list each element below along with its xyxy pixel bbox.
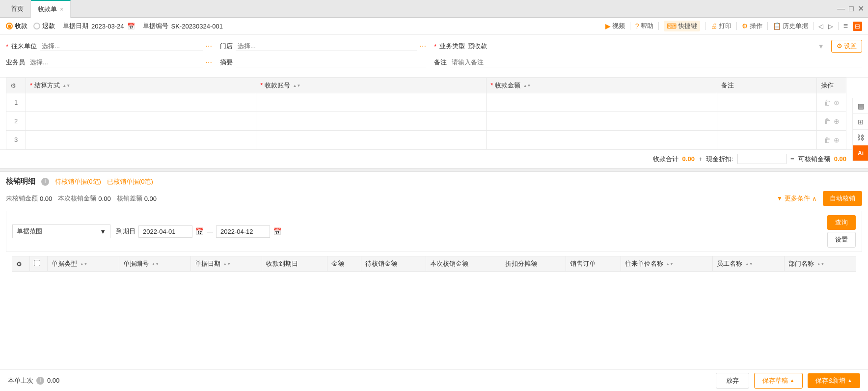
biz-type-dropdown[interactable]: ▼ [818,43,824,50]
vth-gear[interactable]: ⚙ [12,256,30,272]
row1-amount[interactable] [487,93,717,112]
save-draft-button[interactable]: 保存草稿 ▲ [754,373,803,389]
row1-delete-icon[interactable]: 🗑 [824,99,831,107]
maximize-button[interactable]: □ [849,4,854,13]
sort-settlement[interactable]: ▲▼ [62,84,70,88]
sticky-link-icon[interactable]: ⛓ [853,130,868,145]
verify-table-settings-icon[interactable]: ⚙ [16,260,22,268]
verify-info-icon[interactable]: i [41,178,49,186]
verify-stats: 未核销金额 0.00 本次核销金额 0.00 核销差额 0.00 ▼ 更多条件 … [6,191,862,206]
footer-info-icon[interactable]: i [36,377,44,385]
row1-account[interactable] [256,93,487,112]
number-value[interactable]: SK-20230324-001 [171,23,223,30]
row3-amount[interactable] [487,131,717,149]
tab-home[interactable]: 首页 [4,0,31,18]
range-select[interactable]: 单据范围 ▼ [12,224,110,238]
cal-to-icon[interactable]: 📅 [273,227,281,235]
vth-counterpart[interactable]: 往来单位名称 ▲▼ [621,256,713,272]
settings-button[interactable]: ⚙ 设置 [831,40,862,53]
vth-type[interactable]: 单据类型 ▲▼ [48,256,119,272]
close-button[interactable]: ✕ [858,4,864,13]
auto-verify-button[interactable]: 自动核销 [823,191,862,206]
minimize-button[interactable]: — [837,4,845,13]
salesperson-input[interactable] [28,57,203,67]
sort-type[interactable]: ▲▼ [80,262,88,266]
form-row-2: 业务员 ··· 摘要 备注 [6,57,862,67]
sort-employee[interactable]: ▲▼ [745,262,753,266]
th-settlement[interactable]: * 结算方式 ▲▼ [26,78,256,93]
counterpart-more-btn[interactable]: ··· [206,42,212,51]
diff-stat: 核销差额 0.00 [117,194,157,203]
vth-dept[interactable]: 部门名称 ▲▼ [785,256,856,272]
tab-receipt[interactable]: 收款单 × [31,0,71,18]
sort-counterpart[interactable]: ▲▼ [666,262,674,266]
tab-receipt-close[interactable]: × [60,6,63,13]
save-draft-chevron: ▲ [790,378,795,383]
sort-account[interactable]: ▲▼ [293,84,300,88]
vth-employee[interactable]: 员工名称 ▲▼ [713,256,785,272]
list-view-icon[interactable]: ≡ [843,22,848,30]
done-link[interactable]: 已核销单据(0笔) [107,177,153,186]
pending-link[interactable]: 待核销单据(0笔) [55,177,101,186]
store-input[interactable] [236,41,417,51]
date-to-input[interactable] [216,225,270,238]
vth-sale-order: 销售订单 [566,256,621,272]
grid-view-icon[interactable]: ⊟ [853,22,862,31]
next-icon[interactable]: ▷ [828,23,833,30]
query-button[interactable]: 查询 [827,215,856,230]
cal-from-icon[interactable]: 📅 [195,227,204,235]
date-from-input[interactable] [138,225,192,238]
th-account[interactable]: * 收款账号 ▲▼ [256,78,487,93]
row1-copy-icon[interactable]: ⊕ [834,99,840,107]
date-value[interactable]: 2023-03-24 [91,23,124,30]
vth-date[interactable]: 单据日期 ▲▼ [190,256,262,272]
salesperson-more-btn[interactable]: ··· [206,58,212,67]
more-conditions-btn[interactable]: ▼ 更多条件 ∧ [777,194,817,203]
counterpart-input[interactable] [40,41,203,51]
sticky-ai-icon[interactable]: Ai [853,145,868,161]
row2-remark[interactable] [717,112,816,131]
row3-remark[interactable] [717,131,816,149]
abandon-button[interactable]: 放弃 [716,373,749,389]
help-button[interactable]: ? 帮助 [635,22,653,30]
row2-copy-icon[interactable]: ⊕ [834,117,840,125]
sticky-grid-icon[interactable]: ⊞ [853,114,868,130]
ops-button[interactable]: ⚙ 操作 [742,22,762,30]
video-button[interactable]: ▶ 视频 [605,22,625,30]
sort-date[interactable]: ▲▼ [223,262,231,266]
table-settings-icon[interactable]: ⚙ [10,82,16,89]
radio-refund[interactable]: 退款 [33,22,55,30]
history-button[interactable]: 📋 历史单据 [773,22,808,30]
row2-settlement[interactable] [26,112,256,131]
sort-number[interactable]: ▲▼ [151,262,159,266]
verify-table: ⚙ 单据类型 ▲▼ 单据编号 ▲▼ [12,256,856,272]
vth-number[interactable]: 单据编号 ▲▼ [119,256,190,272]
row1-remark[interactable] [717,93,816,112]
summary-input[interactable] [236,57,426,67]
row1-settlement[interactable] [26,93,256,112]
prev-icon[interactable]: ◁ [818,23,823,30]
discount-input[interactable] [737,154,787,164]
row3-copy-icon[interactable]: ⊕ [834,136,840,144]
calendar-icon[interactable]: 📅 [127,23,135,30]
radio-receipt[interactable]: 收款 [6,22,27,30]
row2-delete-icon[interactable]: 🗑 [824,117,831,125]
th-amount[interactable]: * 收款金额 ▲▼ [487,78,717,93]
total-value: 0.00 [682,155,695,163]
row-num-2: 2 [6,112,26,131]
row3-delete-icon[interactable]: 🗑 [824,136,831,144]
row3-account[interactable] [256,131,487,149]
sort-amount[interactable]: ▲▼ [523,84,531,88]
save-new-button[interactable]: 保存&新增 ▲ [808,373,860,388]
row2-account[interactable] [256,112,487,131]
row2-amount[interactable] [487,112,717,131]
sticky-table-icon[interactable]: ▤ [853,98,868,114]
print-button[interactable]: 🖨 打印 [710,22,732,30]
select-all-checkbox[interactable] [34,260,40,266]
table-settings-button[interactable]: 设置 [827,232,856,248]
sort-dept[interactable]: ▲▼ [817,262,825,266]
shortcut-button[interactable]: ⌨ 快捷键 [664,21,700,31]
remark-input[interactable] [450,57,862,67]
row3-settlement[interactable] [26,131,256,149]
store-more-btn[interactable]: ··· [420,42,426,51]
